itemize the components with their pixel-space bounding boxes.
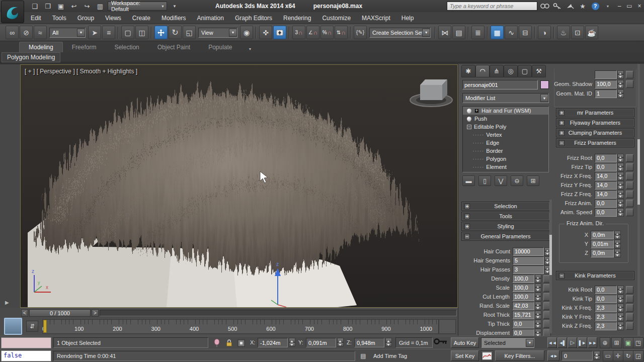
select-by-name-icon[interactable]: ≡: [102, 26, 115, 39]
collapse-minus-icon[interactable]: −: [464, 234, 470, 239]
z-coord-field[interactable]: 0,948m: [354, 338, 384, 347]
select-and-rotate-icon[interactable]: ↻: [169, 26, 182, 39]
undo-icon[interactable]: ↩: [68, 1, 79, 11]
spinner[interactable]: [535, 302, 541, 310]
workspace-dropdown[interactable]: Workspace: Default ▼: [108, 2, 167, 11]
configure-modifier-sets-icon[interactable]: ⊞: [527, 175, 539, 186]
ribbon-panel-polygon-modeling[interactable]: Polygon Modeling: [2, 52, 60, 62]
rectangular-selection-region-icon[interactable]: ▢: [121, 26, 134, 39]
rollout-general-parameters[interactable]: −General Parameters: [461, 232, 550, 241]
zoom-region-icon[interactable]: ▭: [603, 350, 613, 361]
cut-length-field[interactable]: 100,0: [512, 293, 534, 301]
hair-passes-field[interactable]: 3: [513, 265, 544, 274]
density-field[interactable]: 100,0: [512, 275, 534, 283]
ribbon-tab-freeform[interactable]: Freeform: [63, 42, 106, 52]
align-icon[interactable]: ▤: [452, 26, 465, 39]
modify-tab-icon[interactable]: ◠: [475, 65, 490, 77]
modifier-list-dropdown[interactable]: Modifier List ▼: [462, 93, 549, 103]
frizz-anim-field[interactable]: 0,0: [595, 199, 617, 208]
rollout-mr-parameters[interactable]: +mr Parameters: [556, 108, 634, 117]
spinner[interactable]: [535, 311, 541, 319]
dir-y-field[interactable]: 0,01m: [591, 240, 614, 248]
stack-item-push[interactable]: Push: [463, 115, 548, 123]
spinner[interactable]: [535, 275, 541, 283]
spinner[interactable]: [617, 286, 624, 294]
edit-named-selection-sets-icon[interactable]: {✎}: [354, 26, 367, 39]
scale-field[interactable]: 100,0: [512, 284, 534, 292]
viewport-label[interactable]: [ + ] [ Perspective ] [ Smooth + Highlig…: [25, 68, 137, 75]
mirror-icon[interactable]: ⋈: [438, 26, 451, 39]
map-button[interactable]: [626, 313, 633, 321]
selection-filter-dropdown[interactable]: All ▼: [49, 28, 86, 38]
rollout-tools[interactable]: +Tools: [461, 212, 550, 221]
kink-x-freq-field[interactable]: 2,3: [595, 304, 617, 312]
kink-tip-field[interactable]: 0,0: [595, 295, 617, 303]
percent-snap-toggle-icon[interactable]: %∩: [320, 26, 334, 39]
infocenter-search-icon[interactable]: [539, 1, 550, 11]
y-coord-field[interactable]: 0,091m: [306, 338, 336, 347]
current-frame-field[interactable]: 0: [561, 351, 593, 360]
macro-recorder-pane[interactable]: [1, 337, 51, 348]
ribbon-tab-populate[interactable]: Populate: [199, 42, 241, 52]
map-button[interactable]: [626, 200, 633, 207]
schematic-view-icon[interactable]: ⊟: [519, 26, 532, 39]
stack-item-editable-poly[interactable]: − Editable Poly: [463, 123, 548, 131]
frizz-z-freq-field[interactable]: 14,0: [595, 190, 617, 199]
rendered-frame-window-icon[interactable]: ⊡: [571, 26, 584, 39]
spinner[interactable]: [594, 351, 600, 359]
spinner[interactable]: [617, 313, 624, 321]
window-restore-button[interactable]: ▭: [625, 2, 634, 11]
object-name-field[interactable]: personaje001: [462, 80, 538, 89]
menu-rendering[interactable]: Rendering: [278, 13, 316, 23]
isolate-selection-icon[interactable]: [211, 337, 222, 348]
open-file-icon[interactable]: ❒: [42, 1, 53, 11]
expand-plus-icon[interactable]: +: [474, 109, 479, 113]
toolbar-flyout-icon[interactable]: ▼: [169, 1, 180, 11]
map-button[interactable]: [626, 172, 633, 180]
spinner[interactable]: [614, 240, 621, 248]
map-button[interactable]: [626, 286, 633, 294]
key-filters-button[interactable]: Key Filters...: [495, 350, 544, 361]
kink-root-field[interactable]: 0,0: [595, 286, 617, 294]
menu-group[interactable]: Group: [72, 13, 100, 23]
frizz-tip-field[interactable]: 0,0: [595, 163, 617, 171]
unlink-selection-icon[interactable]: ⊘: [20, 26, 33, 39]
zoom-extents-all-icon[interactable]: ◳: [633, 337, 643, 348]
spinner[interactable]: [617, 154, 624, 162]
key-mode-toggle-button[interactable]: ◄►: [547, 350, 559, 361]
stack-subitem-edge[interactable]: Edge: [463, 139, 548, 147]
create-tab-icon[interactable]: ✱: [461, 65, 475, 77]
show-end-result-icon[interactable]: ▯: [478, 175, 491, 186]
menu-maxscript[interactable]: MAXScript: [356, 13, 396, 23]
snaps-toggle-icon[interactable]: 3∩: [292, 26, 305, 39]
ribbon-tab-object-paint[interactable]: Object Paint: [148, 42, 199, 52]
layer-manager-icon[interactable]: ≣: [471, 26, 485, 39]
zoom-icon[interactable]: ⊕: [600, 337, 610, 348]
tip-thick-field[interactable]: 0,0: [512, 320, 534, 328]
map-button[interactable]: [626, 304, 633, 312]
dir-x-field[interactable]: 0,0m: [591, 231, 614, 239]
go-to-start-button[interactable]: ◄◄: [547, 337, 557, 348]
modifier-on-bulb-icon[interactable]: [467, 109, 471, 113]
rollout-frizz-parameters[interactable]: −Frizz Parameters: [556, 138, 634, 147]
menu-create[interactable]: Create: [127, 13, 156, 23]
window-minimize-button[interactable]: –: [615, 2, 624, 11]
kink-z-freq-field[interactable]: 2,3: [595, 322, 617, 330]
search-input[interactable]: [447, 2, 537, 11]
ribbon-tab-modeling[interactable]: Modeling: [19, 42, 63, 52]
render-production-icon[interactable]: ☕: [585, 26, 598, 39]
spinner[interactable]: [385, 338, 392, 346]
anim-speed-field[interactable]: 0,0: [595, 208, 617, 217]
expand-plus-icon[interactable]: +: [464, 204, 470, 209]
redo-icon[interactable]: ↪: [82, 1, 93, 11]
set-key-button[interactable]: Set Key: [451, 350, 479, 361]
spinner[interactable]: [617, 190, 624, 199]
map-button[interactable]: [626, 80, 633, 88]
time-slider-handle[interactable]: 0 / 1000: [29, 309, 91, 317]
previous-frame-button[interactable]: <: [21, 309, 28, 317]
new-scene-icon[interactable]: ❑: [29, 1, 40, 11]
stack-subitem-border[interactable]: Border: [463, 147, 548, 155]
spinner[interactable]: [617, 89, 624, 98]
map-button[interactable]: [626, 154, 633, 162]
menu-modifiers[interactable]: Modifiers: [156, 13, 192, 23]
